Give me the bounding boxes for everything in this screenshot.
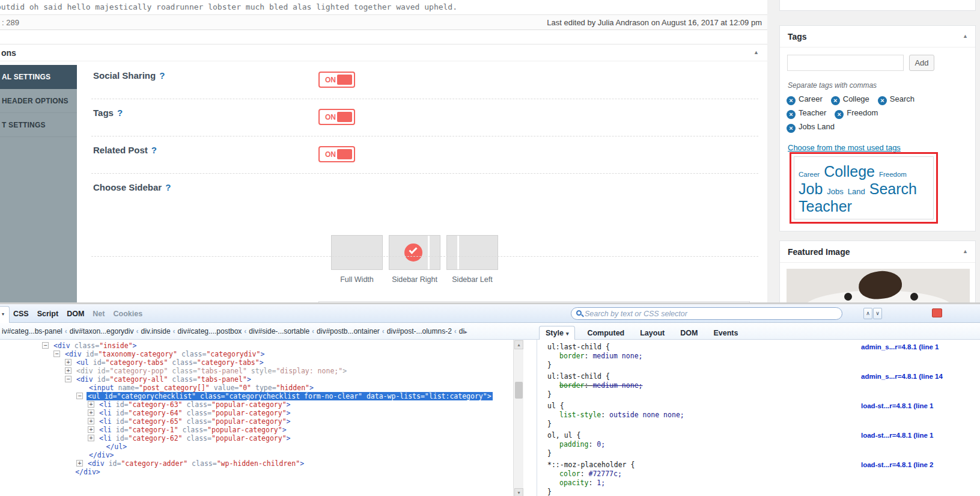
featured-image-thumbnail[interactable]	[787, 269, 970, 306]
collapse-arrow-icon[interactable]: ▲	[963, 248, 968, 254]
expand-icon[interactable]: +	[88, 435, 94, 441]
breadcrumb-item[interactable]: iv#categ...bs-panel	[2, 327, 62, 335]
css-declaration[interactable]: opacity: 1;	[539, 479, 980, 488]
tag-cloud-item[interactable]: Search	[869, 180, 917, 198]
sidebar-menu-item[interactable]: AL SETTINGS	[0, 65, 77, 89]
tree-row[interactable]: <input name="post_category[]" value="0" …	[0, 384, 512, 392]
breadcrumb-item[interactable]: div#side-...sortable	[249, 327, 309, 335]
sidebar-option-left[interactable]	[446, 235, 498, 270]
css-declaration[interactable]: padding: 0;	[539, 440, 980, 449]
tree-row[interactable]: +<div id="category-pop" class="tabs-pane…	[0, 367, 512, 375]
collapse-arrow-icon[interactable]: ▲	[753, 49, 759, 55]
tree-row[interactable]: +<li id="category-1" class="popular-cate…	[0, 426, 512, 434]
devtools-tab-css[interactable]: CSS	[13, 310, 29, 318]
search-next-button[interactable]: ∨	[873, 308, 882, 319]
tree-scrollbar[interactable]: ▴ ▾	[513, 340, 523, 496]
css-source-link[interactable]: admin_s...r=4.8.1 (line 1	[861, 343, 939, 352]
new-tag-input[interactable]	[787, 55, 904, 71]
devtools-tab-net[interactable]: Net	[93, 310, 105, 318]
devtools-close-button[interactable]	[932, 308, 942, 317]
help-icon[interactable]: ?	[151, 145, 157, 155]
tag-cloud-item[interactable]: Land	[848, 187, 865, 196]
help-icon[interactable]: ?	[117, 108, 123, 118]
add-tag-button[interactable]: Add	[909, 55, 934, 71]
search-prev-button[interactable]: ∧	[863, 308, 872, 319]
devtools-search-input[interactable]	[585, 308, 837, 319]
remove-tag-icon[interactable]: ×	[787, 110, 796, 119]
tag-cloud-item[interactable]: Job	[799, 180, 823, 198]
expand-icon[interactable]: +	[88, 401, 94, 408]
featured-image-header[interactable]: Featured Image ▲	[780, 241, 975, 263]
breadcrumb-item[interactable]: div#taxon...egorydiv	[70, 327, 134, 335]
remove-tag-icon[interactable]: ×	[835, 110, 844, 119]
tree-row[interactable]: +<li id="category-63" class="popular-cat…	[0, 400, 512, 409]
css-source-link[interactable]: admin_s...r=4.8.1 (line 14	[861, 372, 943, 381]
tag-cloud-item[interactable]: Freedom	[879, 171, 907, 178]
most-used-tags-link[interactable]: Choose from the most used tags	[788, 143, 901, 152]
tags-toggle[interactable]: ON	[318, 109, 355, 125]
tree-row[interactable]: +<ul id="category-tabs" class="category-…	[0, 358, 512, 367]
breadcrumb-overflow-icon[interactable]: ▸	[464, 329, 467, 335]
collapse-icon[interactable]: −	[76, 393, 83, 399]
tree-row[interactable]: +<li id="category-62" class="popular-cat…	[0, 434, 512, 442]
sidebar-option-right[interactable]	[389, 235, 440, 270]
tree-row[interactable]: +<li id="category-65" class="popular-cat…	[0, 417, 512, 426]
scroll-down-icon[interactable]: ▾	[514, 488, 523, 496]
expand-icon[interactable]: +	[76, 460, 83, 467]
remove-tag-icon[interactable]: ×	[787, 96, 796, 105]
breadcrumb-item[interactable]: div.inside	[141, 327, 170, 335]
breadcrumb-item[interactable]: div#post-...olumns-2	[387, 327, 452, 335]
tree-row[interactable]: −<ul id="categorychecklist" class="categ…	[0, 392, 512, 400]
tree-row[interactable]: +<li id="category-64" class="popular-cat…	[0, 409, 512, 417]
remove-tag-icon[interactable]: ×	[831, 96, 840, 105]
tree-row[interactable]: </div>	[0, 451, 512, 459]
sidebar-menu-item[interactable]: HEADER OPTIONS	[0, 89, 77, 113]
breadcrumb-item[interactable]: div#categ....postbox	[178, 327, 242, 335]
collapse-arrow-icon[interactable]: ▲	[963, 33, 968, 39]
social-sharing-toggle[interactable]: ON	[318, 72, 355, 88]
breadcrumb-item[interactable]: di	[459, 327, 464, 335]
tree-row[interactable]: −<div id="taxonomy-category" class="cate…	[0, 350, 512, 358]
remove-tag-icon[interactable]: ×	[878, 96, 887, 105]
css-declaration[interactable]: list-style: outside none none;	[539, 411, 980, 420]
expand-icon[interactable]: +	[88, 409, 94, 416]
style-tab-events[interactable]: Events	[710, 326, 741, 340]
html-tab-stub[interactable]: ▾	[0, 306, 10, 323]
collapse-icon[interactable]: −	[42, 342, 49, 349]
expand-icon[interactable]: +	[65, 367, 72, 374]
css-declaration[interactable]: color: #72777c;	[539, 470, 980, 479]
css-declaration[interactable]: border: medium none;	[539, 352, 980, 361]
tag-cloud-item[interactable]: Teacher	[799, 198, 852, 215]
devtools-tab-script[interactable]: Script	[37, 310, 58, 318]
style-tab-dom[interactable]: DOM	[677, 326, 701, 340]
scrollbar-thumb[interactable]	[515, 382, 523, 399]
related-post-toggle[interactable]: ON	[318, 146, 355, 162]
expand-icon[interactable]: +	[65, 359, 72, 366]
devtools-tab-cookies[interactable]: Cookies	[113, 310, 142, 318]
css-source-link[interactable]: load-st...r=4.8.1 (line 1	[861, 402, 933, 411]
css-declaration[interactable]: border: medium none;	[539, 381, 980, 390]
scroll-up-icon[interactable]: ▴	[514, 340, 523, 349]
remove-tag-icon[interactable]: ×	[787, 124, 796, 133]
breadcrumb-item[interactable]: div#postb...ontainer	[317, 327, 380, 335]
help-icon[interactable]: ?	[165, 182, 171, 192]
css-source-link[interactable]: load-st...r=4.8.1 (line 2	[861, 461, 933, 470]
sidebar-menu-item[interactable]: T SETTINGS	[0, 113, 77, 137]
post-content-editor[interactable]: outdid oh said hello majestically roadru…	[0, 0, 767, 15]
tree-row[interactable]: −<div class="inside">	[0, 341, 512, 350]
tree-row[interactable]: </ul>	[0, 442, 512, 451]
css-source-link[interactable]: load-st...r=4.8.1 (line 1	[861, 431, 933, 440]
tag-cloud-item[interactable]: College	[824, 163, 875, 180]
tree-row[interactable]: +<div id="category-adder" class="wp-hidd…	[0, 459, 512, 468]
tag-cloud-item[interactable]: Career	[799, 171, 820, 178]
tree-row[interactable]: </div>	[0, 468, 512, 476]
tree-row[interactable]: −<div id="category-all" class="tabs-pane…	[0, 375, 512, 384]
collapse-icon[interactable]: −	[53, 351, 60, 357]
tags-panel-header[interactable]: Tags ▲	[780, 26, 975, 47]
style-tab-computed[interactable]: Computed	[583, 326, 628, 340]
sidebar-option-full-width[interactable]	[331, 235, 383, 270]
expand-icon[interactable]: +	[88, 426, 94, 433]
style-tab-layout[interactable]: Layout	[636, 326, 668, 340]
help-icon[interactable]: ?	[159, 70, 165, 81]
style-tab-style[interactable]: Style▾	[539, 326, 575, 340]
